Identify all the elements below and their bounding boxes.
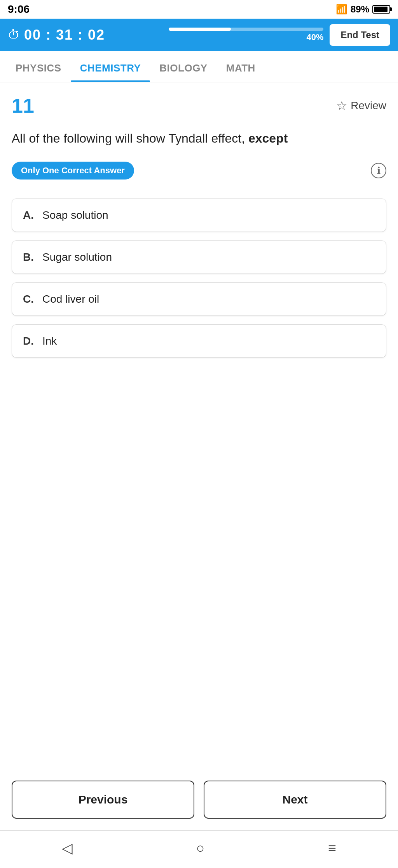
timer-progress: 40%	[169, 28, 323, 42]
tab-math[interactable]: MATH	[217, 51, 265, 82]
star-icon: ☆	[336, 98, 347, 113]
tab-physics[interactable]: PHYSICS	[6, 51, 71, 82]
tab-biology[interactable]: BIOLOGY	[150, 51, 216, 82]
battery-text: 89%	[351, 4, 369, 15]
question-text-plain: All of the following will show Tyndall e…	[12, 131, 248, 145]
bottom-nav: ◁ ○ ≡	[0, 830, 398, 868]
option-c[interactable]: C. Cod liver oil	[12, 282, 386, 316]
back-icon[interactable]: ◁	[62, 840, 73, 856]
next-button[interactable]: Next	[204, 781, 386, 819]
question-number: 11	[12, 94, 34, 117]
review-button[interactable]: ☆ Review	[336, 98, 386, 113]
options-list: A. Soap solution B. Sugar solution C. Co…	[12, 199, 386, 358]
option-b[interactable]: B. Sugar solution	[12, 241, 386, 274]
option-b-letter: B.	[23, 251, 35, 263]
question-text: All of the following will show Tyndall e…	[12, 129, 386, 148]
option-d[interactable]: D. Ink	[12, 324, 386, 358]
signal-icon: 📶	[336, 4, 347, 15]
option-c-letter: C.	[23, 293, 35, 305]
timer-left: ⏱ 00 : 31 : 02	[8, 27, 162, 43]
answer-type-badge: Only One Correct Answer	[12, 162, 134, 180]
progress-bar-bg	[169, 28, 323, 31]
info-icon[interactable]: ℹ	[371, 163, 386, 178]
option-d-text: Ink	[42, 335, 57, 347]
review-label: Review	[351, 99, 386, 112]
option-d-letter: D.	[23, 335, 35, 347]
tabs-bar: PHYSICS CHEMISTRY BIOLOGY MATH	[0, 51, 398, 82]
tab-chemistry[interactable]: CHEMISTRY	[71, 51, 150, 82]
battery-icon	[372, 5, 390, 14]
question-text-bold: except	[248, 131, 288, 145]
home-icon[interactable]: ○	[196, 840, 205, 856]
clock-icon: ⏱	[8, 29, 20, 41]
divider	[12, 189, 386, 189]
timer-time: 00 : 31 : 02	[24, 27, 105, 43]
answer-type-row: Only One Correct Answer ℹ	[12, 162, 386, 180]
main-content: 11 ☆ Review All of the following will sh…	[0, 82, 398, 773]
menu-icon[interactable]: ≡	[328, 840, 336, 856]
status-icons: 📶 89%	[336, 4, 390, 15]
end-test-button[interactable]: End Test	[330, 24, 390, 46]
status-bar: 9:06 📶 89%	[0, 0, 398, 19]
progress-bar-fill	[169, 28, 230, 31]
option-a-text: Soap solution	[42, 209, 108, 221]
previous-button[interactable]: Previous	[12, 781, 194, 819]
progress-percent: 40%	[306, 32, 323, 42]
timer-bar: ⏱ 00 : 31 : 02 40% End Test	[0, 19, 398, 51]
nav-buttons: Previous Next	[0, 773, 398, 830]
option-b-text: Sugar solution	[42, 251, 112, 263]
status-time: 9:06	[8, 3, 30, 16]
question-header: 11 ☆ Review	[12, 94, 386, 117]
option-a[interactable]: A. Soap solution	[12, 199, 386, 232]
option-a-letter: A.	[23, 209, 35, 221]
option-c-text: Cod liver oil	[42, 293, 99, 305]
